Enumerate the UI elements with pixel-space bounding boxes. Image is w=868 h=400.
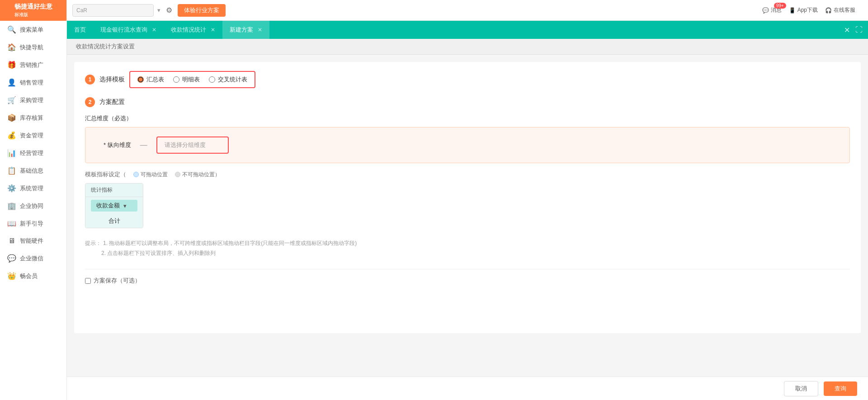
- online-service[interactable]: 🎧 在线客服: [825, 6, 855, 14]
- industry-btn[interactable]: 体验行业方案: [178, 4, 226, 17]
- radio-summary-input[interactable]: [137, 76, 144, 83]
- app-download[interactable]: 📱 App下载: [789, 6, 818, 14]
- step1-section: 1 选择模板 汇总表 明细表: [85, 71, 850, 88]
- sidebar-label-inventory: 库存核算: [20, 114, 43, 122]
- draggable-dot-icon: [133, 172, 139, 177]
- gear-icon[interactable]: ⚙: [166, 6, 172, 14]
- step1-title: 选择模板: [99, 75, 125, 84]
- save-section: 方案保存（可选）: [85, 269, 850, 285]
- expand-icon[interactable]: ⛶: [855, 26, 863, 34]
- search-menu-icon: 🔍: [7, 25, 16, 34]
- sidebar-label-hardware: 智能硬件: [20, 237, 43, 245]
- radio-cross-input[interactable]: [209, 76, 215, 83]
- radio-summary[interactable]: 汇总表: [137, 75, 164, 84]
- message-icon: 💬: [762, 7, 769, 14]
- stat-table: 统计指标 收款金额 ▾ 合计: [85, 183, 143, 228]
- list-icon: 📋: [7, 166, 16, 175]
- dimension-select[interactable]: 请选择分组维度: [156, 136, 229, 154]
- radio-detail-input[interactable]: [173, 76, 179, 83]
- sidebar-item-sales[interactable]: 👤 销售管理: [0, 74, 66, 91]
- search-input[interactable]: [72, 4, 154, 17]
- step1-num: 1: [85, 75, 95, 85]
- tab-home[interactable]: 首页: [67, 21, 93, 39]
- sidebar-item-system[interactable]: ⚙️ 系统管理: [0, 179, 66, 197]
- main-area: ▾ ⚙ 体验行业方案 💬 消息 99+ 📱 App下载 🎧 在线客服 首页: [67, 0, 868, 400]
- sidebar-item-marketing[interactable]: 🎁 营销推广: [0, 56, 66, 74]
- query-button[interactable]: 查询: [824, 381, 857, 396]
- sidebar-item-hardware[interactable]: 🖥 智能硬件: [0, 232, 66, 249]
- sidebar-item-enterprise[interactable]: 🏢 企业协同: [0, 197, 66, 215]
- non-draggable-badge: 不可拖动位置）: [175, 171, 220, 179]
- sidebar-label-marketing: 营销推广: [20, 61, 43, 69]
- sidebar-label-base-info: 基础信息: [20, 167, 43, 175]
- monitor-icon: 🖥: [7, 237, 16, 245]
- message-notif[interactable]: 💬 消息 99+: [762, 6, 782, 14]
- breadcrumb: 收款情况统计方案设置: [67, 39, 868, 55]
- radio-detail[interactable]: 明细表: [173, 75, 200, 84]
- sidebar-item-wechat[interactable]: 💬 企业微信: [0, 249, 66, 267]
- service-icon: 🎧: [825, 7, 832, 14]
- sidebar-item-operations[interactable]: 📊 经营管理: [0, 144, 66, 162]
- message-badge: 99+: [774, 3, 786, 9]
- user-icon: 👤: [7, 78, 16, 87]
- tab-bank-flow-label: 现金银行流水查询: [100, 26, 147, 34]
- template-selection-box: 汇总表 明细表 交叉统计表: [129, 71, 255, 88]
- tab-receipt-stat-label: 收款情况统计: [171, 26, 206, 34]
- sidebar-item-base-info[interactable]: 📋 基础信息: [0, 162, 66, 179]
- save-checkbox[interactable]: [85, 278, 91, 284]
- chevron-down-icon[interactable]: ▾: [157, 7, 160, 14]
- header-right: 💬 消息 99+ 📱 App下载 🎧 在线客服: [762, 6, 863, 14]
- book-icon: 📖: [7, 219, 16, 228]
- stat-cell-label: 收款金额: [96, 202, 120, 210]
- draggable-label: 可拖动位置: [141, 171, 168, 179]
- radio-cross[interactable]: 交叉统计表: [209, 75, 247, 84]
- chevron-down-stat-icon[interactable]: ▾: [123, 202, 127, 209]
- sidebar-label-wechat: 企业微信: [20, 254, 43, 263]
- sidebar-label-enterprise: 企业协同: [20, 202, 43, 210]
- sidebar-item-inventory[interactable]: 📦 库存核算: [0, 109, 66, 127]
- sidebar-item-guide[interactable]: 📖 新手引导: [0, 215, 66, 232]
- tab-home-label: 首页: [74, 26, 86, 34]
- step2-section: 2 方案配置 汇总维度（必选） * 纵向维度 — 请选择分组维度: [85, 97, 850, 258]
- sidebar-item-quick-nav[interactable]: 🏠 快捷导航: [0, 38, 66, 56]
- sidebar-item-purchase[interactable]: 🛒 采购管理: [0, 91, 66, 109]
- money-icon: 💰: [7, 131, 16, 140]
- sidebar-item-search-menu[interactable]: 🔍 搜索菜单: [0, 21, 66, 38]
- step1-header: 1 选择模板 汇总表 明细表: [85, 71, 850, 88]
- sidebar-item-finance[interactable]: 💰 资金管理: [0, 127, 66, 144]
- step2-num: 2: [85, 97, 95, 107]
- chat-icon: 💬: [7, 254, 16, 263]
- step2-title: 方案配置: [99, 98, 125, 106]
- sidebar: 畅捷通好生意 标准版 🔍 搜索菜单 🏠 快捷导航 🎁 营销推广 👤 销售管理 🛒…: [0, 0, 67, 400]
- template-radio-group: 汇总表 明细表 交叉统计表: [137, 75, 247, 84]
- radio-detail-label: 明细表: [182, 75, 200, 84]
- tab-bank-flow-close[interactable]: ✕: [152, 27, 156, 33]
- tab-new-plan-close[interactable]: ✕: [258, 27, 262, 33]
- tab-bank-flow[interactable]: 现金银行流水查询 ✕: [93, 21, 164, 39]
- sidebar-logo-sub: 标准版: [14, 12, 52, 18]
- sidebar-label-purchase: 采购管理: [20, 96, 43, 104]
- building-icon: 🏢: [7, 202, 16, 210]
- sidebar-logo: 畅捷通好生意 标准版: [0, 0, 66, 21]
- tab-receipt-stat[interactable]: 收款情况统计 ✕: [164, 21, 222, 39]
- stat-cell: 收款金额 ▾: [85, 197, 143, 214]
- sidebar-item-member[interactable]: 👑 畅会员: [0, 267, 66, 285]
- sidebar-label-finance: 资金管理: [20, 132, 43, 140]
- tab-receipt-stat-close[interactable]: ✕: [211, 27, 215, 33]
- cart-icon: 🛒: [7, 96, 16, 104]
- tab-new-plan[interactable]: 新建方案 ✕: [222, 21, 269, 39]
- stat-section-header: 统计指标: [85, 184, 143, 197]
- tip-item2: 2. 点击标题栏下拉可设置排序、插入列和删除列: [101, 250, 216, 256]
- app-label: App下载: [797, 6, 818, 14]
- tab-bar: 首页 现金银行流水查询 ✕ 收款情况统计 ✕ 新建方案 ✕ ✕ ⛶: [67, 21, 868, 39]
- crown-icon: 👑: [7, 272, 16, 280]
- close-window-icon[interactable]: ✕: [844, 26, 850, 34]
- cancel-button[interactable]: 取消: [784, 381, 818, 396]
- tips-title: 提示：: [85, 239, 101, 249]
- sidebar-label-guide: 新手引导: [20, 220, 43, 228]
- content-area: 收款情况统计方案设置 1 选择模板 汇总表: [67, 39, 868, 376]
- save-checkbox-label[interactable]: 方案保存（可选）: [85, 277, 141, 285]
- service-label: 在线客服: [834, 6, 855, 14]
- tab-new-plan-label: 新建方案: [230, 26, 253, 34]
- stat-cell-inner[interactable]: 收款金额 ▾: [91, 200, 137, 212]
